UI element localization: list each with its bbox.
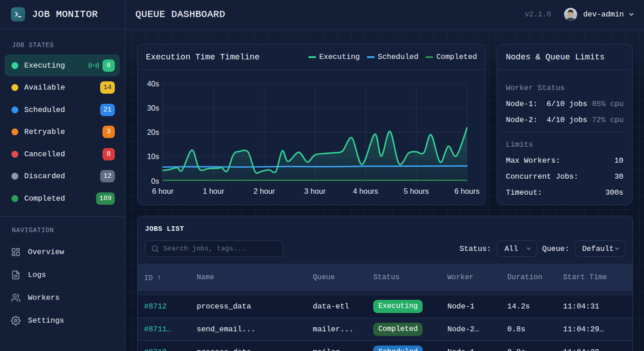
svg-text:2 hour: 2 hour <box>253 187 275 195</box>
svg-text:40s: 40s <box>147 80 159 88</box>
svg-text:1 hour: 1 hour <box>203 187 224 195</box>
svg-text:6 hour: 6 hour <box>152 187 174 195</box>
svg-text:6 hours: 6 hours <box>454 187 479 195</box>
svg-text:3 hour: 3 hour <box>304 187 326 195</box>
svg-text:10s: 10s <box>147 152 159 160</box>
svg-text:30s: 30s <box>147 104 159 112</box>
svg-text:4 hours: 4 hours <box>353 187 378 195</box>
svg-text:0s: 0s <box>151 177 159 185</box>
svg-text:5 hours: 5 hours <box>404 187 429 195</box>
svg-text:20s: 20s <box>147 128 159 136</box>
